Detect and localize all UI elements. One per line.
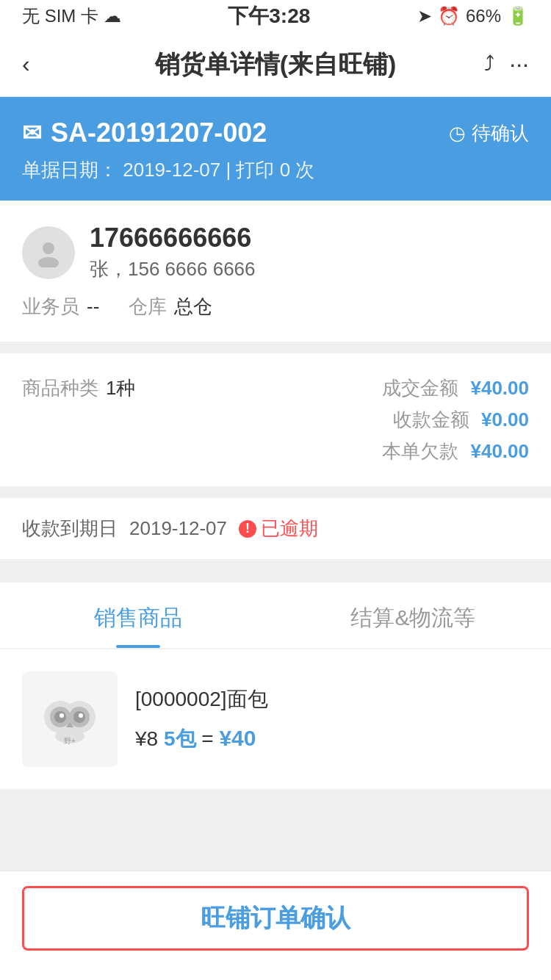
tab-sales-goods[interactable]: 销售商品 bbox=[0, 583, 276, 648]
sim-status: 无 SIM 卡 ☁ bbox=[22, 4, 121, 28]
order-id: ✉ SA-20191207-002 bbox=[22, 118, 267, 148]
svg-point-8 bbox=[60, 713, 64, 718]
overdue-badge: ! 已逾期 bbox=[239, 516, 318, 541]
product-name: [0000002]面包 bbox=[135, 685, 529, 713]
page-title: 销货单详情(来自旺铺) bbox=[155, 48, 397, 82]
overdue-text: 已逾期 bbox=[261, 516, 318, 541]
summary-card: 商品种类 1种 成交金额 ¥40.00 收款金额 ¥0.00 本单欠款 ¥40.… bbox=[0, 353, 551, 486]
receipt-label: 收款金额 bbox=[393, 407, 469, 433]
divider-2 bbox=[0, 486, 551, 498]
transaction-label: 成交金额 bbox=[382, 375, 458, 401]
nav-right: ⤴ ··· bbox=[470, 51, 529, 78]
alarm-icon: ⏰ bbox=[438, 6, 460, 26]
status-badge: ◷ 待确认 bbox=[449, 120, 529, 146]
salesperson-value: -- bbox=[87, 295, 99, 318]
customer-card: 17666666666 张，156 6666 6666 业务员 -- 仓库 总仓 bbox=[0, 201, 551, 342]
status-left: 无 SIM 卡 ☁ bbox=[22, 4, 121, 28]
transaction-value: ¥40.00 bbox=[470, 377, 529, 400]
warehouse-label: 仓库 bbox=[129, 294, 167, 320]
battery-icon: 🔋 bbox=[507, 6, 529, 26]
due-date-value: 2019-12-07 bbox=[129, 517, 227, 540]
back-button[interactable]: ‹ bbox=[22, 51, 30, 78]
status-right: ➤ ⏰ 66% 🔋 bbox=[417, 6, 529, 26]
salesperson-field: 业务员 -- bbox=[22, 294, 99, 320]
customer-phone: 17666666666 bbox=[90, 223, 256, 253]
confirm-button[interactable]: 旺铺订单确认 bbox=[22, 886, 529, 951]
amounts: 成交金额 ¥40.00 收款金额 ¥0.00 本单欠款 ¥40.00 bbox=[382, 375, 529, 464]
share-button[interactable]: ⤴ bbox=[484, 53, 494, 76]
receipt-value: ¥0.00 bbox=[481, 408, 529, 431]
order-meta: 单据日期： 2019-12-07 | 打印 0 次 bbox=[22, 157, 529, 183]
total-price: ¥40 bbox=[219, 726, 256, 750]
tab-sales-goods-label: 销售商品 bbox=[94, 605, 182, 630]
order-date: 2019-12-07 bbox=[123, 159, 220, 181]
status-bar: 无 SIM 卡 ☁ 下午3:28 ➤ ⏰ 66% 🔋 bbox=[0, 0, 551, 32]
more-button[interactable]: ··· bbox=[509, 51, 529, 78]
bottom-bar: 旺铺订单确认 bbox=[0, 871, 551, 980]
order-header-card: ✉ SA-20191207-002 ◷ 待确认 单据日期： 2019-12-07… bbox=[0, 97, 551, 201]
product-item: 野+ [0000002]面包 ¥8 5包 = ¥40 bbox=[0, 649, 551, 790]
tab-settlement-label: 结算&物流等 bbox=[350, 605, 475, 630]
order-id-text: SA-20191207-002 bbox=[51, 118, 267, 148]
svg-point-9 bbox=[79, 713, 83, 718]
battery-status: 66% bbox=[466, 6, 501, 26]
warehouse-value: 总仓 bbox=[174, 294, 212, 320]
order-icon: ✉ bbox=[22, 119, 42, 147]
svg-point-1 bbox=[38, 257, 59, 267]
nav-bar: ‹ 销货单详情(来自旺铺) ⤴ ··· bbox=[0, 32, 551, 97]
warehouse-field: 仓库 总仓 bbox=[129, 294, 212, 320]
tab-settlement[interactable]: 结算&物流等 bbox=[276, 583, 551, 648]
receipt-amount-row: 收款金额 ¥0.00 bbox=[393, 407, 529, 433]
product-list: 野+ [0000002]面包 ¥8 5包 = ¥40 bbox=[0, 649, 551, 790]
overdue-dot-icon: ! bbox=[239, 520, 256, 538]
due-amount-row: 本单欠款 ¥40.00 bbox=[382, 439, 529, 464]
customer-sub-info: 张，156 6666 6666 bbox=[90, 256, 256, 282]
due-date-card: 收款到期日 2019-12-07 ! 已逾期 bbox=[0, 498, 551, 559]
nav-left: ‹ bbox=[22, 51, 81, 78]
tabs: 销售商品 结算&物流等 bbox=[0, 583, 551, 648]
status-time: 下午3:28 bbox=[228, 2, 310, 30]
divider-1 bbox=[0, 342, 551, 353]
goods-type: 商品种类 1种 bbox=[22, 375, 135, 401]
due-label: 本单欠款 bbox=[382, 439, 458, 464]
transaction-amount-row: 成交金额 ¥40.00 bbox=[382, 375, 529, 401]
due-date-label: 收款到期日 bbox=[22, 516, 118, 541]
svg-point-0 bbox=[43, 242, 54, 254]
product-image: 野+ bbox=[22, 671, 118, 767]
customer-fields: 业务员 -- 仓库 总仓 bbox=[22, 294, 529, 320]
product-info: [0000002]面包 ¥8 5包 = ¥40 bbox=[135, 685, 529, 753]
confirm-button-label: 旺铺订单确认 bbox=[201, 901, 350, 935]
divider-3 bbox=[0, 559, 551, 571]
equals-sign: = bbox=[201, 727, 219, 750]
unit-price: ¥8 bbox=[135, 727, 158, 750]
due-value: ¥40.00 bbox=[470, 440, 529, 463]
order-print-info: | 打印 0 次 bbox=[226, 159, 314, 181]
goods-type-label: 商品种类 bbox=[22, 375, 98, 401]
order-date-label: 单据日期： bbox=[22, 159, 118, 181]
status-text: 待确认 bbox=[472, 120, 529, 146]
salesperson-label: 业务员 bbox=[22, 294, 79, 320]
quantity: 5包 bbox=[164, 727, 196, 750]
avatar bbox=[22, 226, 75, 279]
status-clock-icon: ◷ bbox=[449, 122, 466, 145]
location-icon: ➤ bbox=[417, 6, 432, 26]
goods-type-value: 1种 bbox=[106, 375, 135, 401]
product-price-formula: ¥8 5包 = ¥40 bbox=[135, 725, 529, 753]
svg-text:野+: 野+ bbox=[64, 737, 76, 745]
